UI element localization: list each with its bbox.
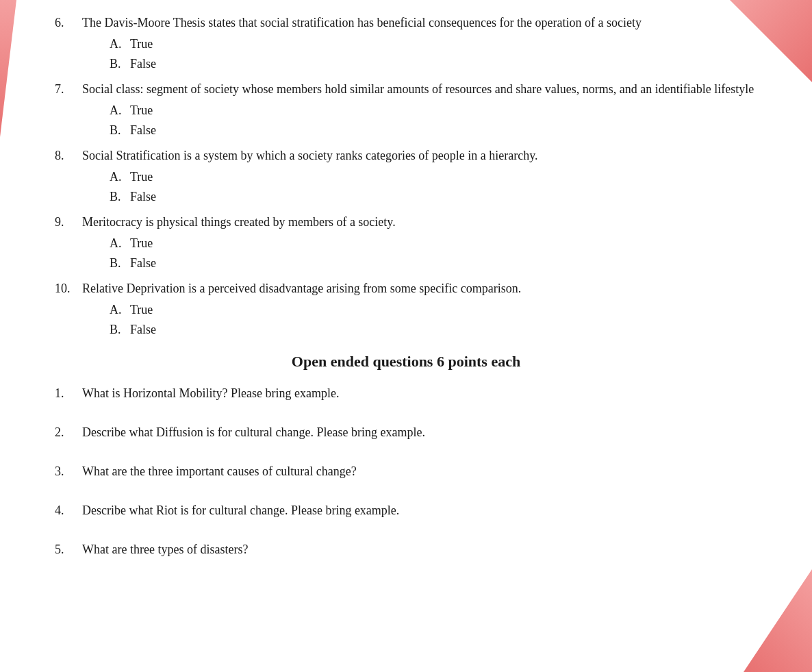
- question-body-4: Meritocracy is physical things created b…: [82, 213, 757, 232]
- true-false-question-2: 7.Social class: segment of society whose…: [55, 80, 757, 140]
- option-1-2[interactable]: B.False: [110, 55, 757, 73]
- question-number-1: 6.: [55, 14, 82, 32]
- option-text-4-1: True: [130, 234, 153, 253]
- question-body-5: Relative Deprivation is a perceived disa…: [82, 279, 757, 298]
- option-text-2-1: True: [130, 101, 153, 120]
- open-questions-section: 1.What is Horizontal Mobility? Please br…: [55, 384, 757, 559]
- true-false-section: 6.The Davis-Moore Thesis states that soc…: [55, 14, 757, 339]
- option-3-1[interactable]: A.True: [110, 168, 757, 186]
- true-false-question-1: 6.The Davis-Moore Thesis states that soc…: [55, 14, 757, 73]
- option-letter-4-1: A.: [110, 234, 130, 253]
- option-text-2-2: False: [130, 121, 156, 140]
- option-2-2[interactable]: B.False: [110, 121, 757, 140]
- open-question-1: 1.What is Horizontal Mobility? Please br…: [55, 384, 757, 403]
- open-question-body-4: Describe what Riot is for cultural chang…: [82, 501, 399, 520]
- option-letter-5-1: A.: [110, 301, 130, 319]
- true-false-question-5: 10.Relative Deprivation is a perceived d…: [55, 279, 757, 339]
- option-text-5-1: True: [130, 301, 153, 319]
- option-letter-1-1: A.: [110, 35, 130, 53]
- option-letter-3-1: A.: [110, 168, 130, 186]
- option-2-1[interactable]: A.True: [110, 101, 757, 120]
- question-number-3: 8.: [55, 147, 82, 165]
- open-question-body-1: What is Horizontal Mobility? Please brin…: [82, 384, 339, 403]
- option-letter-4-2: B.: [110, 254, 130, 273]
- option-text-5-2: False: [130, 321, 156, 339]
- option-letter-5-2: B.: [110, 321, 130, 339]
- option-letter-1-2: B.: [110, 55, 130, 73]
- open-question-2: 2.Describe what Diffusion is for cultura…: [55, 423, 757, 442]
- open-question-5: 5.What are three types of disasters?: [55, 540, 757, 559]
- option-text-4-2: False: [130, 254, 156, 273]
- question-number-4: 9.: [55, 213, 82, 232]
- option-4-1[interactable]: A.True: [110, 234, 757, 253]
- open-question-number-5: 5.: [55, 540, 82, 559]
- open-question-4: 4.Describe what Riot is for cultural cha…: [55, 501, 757, 520]
- option-text-3-2: False: [130, 188, 156, 206]
- option-5-2[interactable]: B.False: [110, 321, 757, 339]
- open-question-body-3: What are the three important causes of c…: [82, 462, 357, 481]
- open-question-number-3: 3.: [55, 462, 82, 481]
- option-letter-2-2: B.: [110, 121, 130, 140]
- open-question-3: 3.What are the three important causes of…: [55, 462, 757, 481]
- question-body-1: The Davis-Moore Thesis states that socia…: [82, 14, 757, 32]
- open-question-number-2: 2.: [55, 423, 82, 442]
- open-question-number-1: 1.: [55, 384, 82, 403]
- option-1-1[interactable]: A.True: [110, 35, 757, 53]
- main-content: 6.The Davis-Moore Thesis states that soc…: [0, 0, 812, 607]
- option-5-1[interactable]: A.True: [110, 301, 757, 319]
- question-body-2: Social class: segment of society whose m…: [82, 80, 757, 99]
- option-3-2[interactable]: B.False: [110, 188, 757, 206]
- section-header: Open ended questions 6 points each: [55, 353, 757, 371]
- question-body-3: Social Stratification is a system by whi…: [82, 147, 757, 165]
- option-letter-3-2: B.: [110, 188, 130, 206]
- option-4-2[interactable]: B.False: [110, 254, 757, 273]
- option-text-1-1: True: [130, 35, 153, 53]
- option-text-1-2: False: [130, 55, 156, 73]
- question-number-5: 10.: [55, 279, 82, 298]
- open-question-body-2: Describe what Diffusion is for cultural …: [82, 423, 425, 442]
- open-question-number-4: 4.: [55, 501, 82, 520]
- question-number-2: 7.: [55, 80, 82, 99]
- option-text-3-1: True: [130, 168, 153, 186]
- option-letter-2-1: A.: [110, 101, 130, 120]
- true-false-question-4: 9.Meritocracy is physical things created…: [55, 213, 757, 273]
- open-question-body-5: What are three types of disasters?: [82, 540, 248, 559]
- true-false-question-3: 8.Social Stratification is a system by w…: [55, 147, 757, 206]
